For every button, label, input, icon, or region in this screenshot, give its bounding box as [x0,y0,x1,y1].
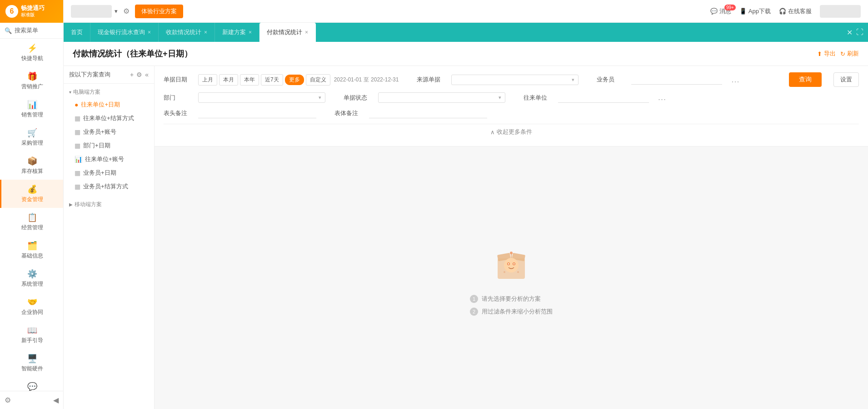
tab-bank-flow-close[interactable]: × [148,29,151,35]
receipt-status-select[interactable]: ▾ [378,92,505,103]
tab-payment-stats[interactable]: 付款情况统计 × [259,23,316,42]
notice-badge: 99+ [724,5,736,10]
sidebar-settings-btn[interactable]: ⚙ [5,396,11,404]
partner-label: 往来单位 [524,94,549,102]
tip-num-2: 2 [470,308,478,316]
date-btn-7days[interactable]: 近7天 [261,74,283,86]
tab-new-scheme[interactable]: 新建方案 × [215,23,259,42]
trial-btn[interactable]: 体验行业方案 [135,5,183,18]
sidebar-item-operation[interactable]: 📋 经营管理 [0,208,63,236]
collapse-more-btn[interactable]: ∧ 收起更多条件 [164,124,859,140]
mobile-group-arrow: ▶ [69,202,73,207]
scheme-item-unit-settle[interactable]: ▦ 往来单位+结算方式 [64,111,154,125]
company-name-placeholder [71,5,112,18]
date-btn-this-year[interactable]: 本年 [240,74,259,86]
filter-row-2: 部门 ▾ 单据状态 ▾ 往来单位 ... [164,92,859,103]
sidebar-item-system[interactable]: ⚙️ 系统管理 [0,264,63,293]
svg-point-10 [504,271,505,273]
date-range-start: 2022-01-01 [334,76,362,83]
scheme-item-staff-account[interactable]: ▦ 业务员+账号 [64,125,154,139]
mobile-group-title[interactable]: ▶ 移动端方案 [64,199,154,210]
staff-label: 业务员 [597,76,622,84]
sidebar-item-marketing[interactable]: 🎁 营销推广 [0,67,63,95]
sidebar-item-finance[interactable]: 💰 资金管理 [0,180,63,208]
pc-group-title[interactable]: ▾ 电脑端方案 [64,86,154,98]
refresh-btn[interactable]: ↻ 刷新 [840,50,859,58]
company-selector[interactable]: ▾ [71,5,118,18]
sidebar-item-hardware[interactable]: 🖥️ 智能硬件 [0,349,63,377]
content-area: 按以下方案查询 + ⚙ « ▾ 电脑端方案 ● 往来单位+日期 [64,66,868,409]
sidebar-item-basic[interactable]: 🗂️ 基础信息 [0,236,63,264]
tabs-right-actions: ✕ ⛶ [842,23,868,42]
tab-home[interactable]: 首页 [64,23,90,42]
tab-receipt-stats[interactable]: 收款情况统计 × [159,23,215,42]
table-header-note-input[interactable] [198,108,316,118]
enterprise-icon: 🤝 [27,297,37,307]
staff-dots[interactable]: ... [731,75,739,85]
service-label: 在线客服 [788,7,812,15]
scheme-item-staff-date[interactable]: ▦ 业务员+日期 [64,166,154,180]
date-range-end: 2022-12-31 [371,76,399,83]
online-service-btn[interactable]: 🎧 在线客服 [779,7,812,15]
empty-tip-1: 1 请先选择要分析的方案 [470,295,553,303]
date-btn-more[interactable]: 更多 [285,75,304,85]
message-icon: 💬 [710,8,718,15]
date-btn-custom[interactable]: 自定义 [306,74,330,86]
guide-icon: 📖 [27,325,37,335]
sidebar-item-sales[interactable]: 📊 销售管理 [0,95,63,123]
filter-area: 单据日期 上月 本月 本年 近7天 更多 自定义 2022-01-01 至 20 [155,66,868,146]
sidebar-label: 企业协同 [21,308,43,316]
staff-input[interactable] [631,75,722,85]
sidebar-item-inventory[interactable]: 📦 库存核算 [0,151,63,180]
table-header-note-label: 表头备注 [164,109,189,117]
sidebar-item-guide[interactable]: 📖 新手引导 [0,321,63,349]
svg-point-3 [504,258,519,273]
date-range: 2022-01-01 至 2022-12-31 [334,76,399,84]
scheme-settings-btn[interactable]: ⚙ [136,71,142,78]
tab-expand-btn[interactable]: ⛶ [856,28,863,36]
app-download-label: App下载 [748,7,771,15]
tab-receipt-close[interactable]: × [204,29,207,35]
sidebar-label: 新手引导 [21,337,43,344]
scheme-item-dept-date[interactable]: ▦ 部门+日期 [64,139,154,152]
scheme-item-staff-settle[interactable]: ▦ 业务员+结算方式 [64,180,154,193]
sidebar-item-wechat[interactable]: 💬 企业微信 [0,377,63,391]
tab-bank-flow[interactable]: 现金银行流水查询 × [90,23,159,42]
partner-dots[interactable]: ... [658,93,666,102]
export-btn[interactable]: ⬆ 导出 [817,50,836,58]
date-btn-this-month[interactable]: 本月 [219,74,238,86]
sidebar-item-enterprise[interactable]: 🤝 企业协同 [0,293,63,321]
notification-btn[interactable]: 💬 消息 99+ [710,7,731,15]
tab-new-scheme-close[interactable]: × [249,29,252,35]
partner-input[interactable] [558,93,649,103]
tab-payment-close[interactable]: × [305,29,308,35]
svg-point-9 [510,252,513,254]
dept-label: 部门 [164,94,189,102]
source-select[interactable]: ▾ [451,75,579,85]
sidebar-collapse-btn[interactable]: ◀ [53,396,59,404]
scheme-collapse-btn[interactable]: « [145,71,149,78]
table-body-note-input[interactable] [369,108,487,118]
scheme-add-btn[interactable]: + [130,71,134,78]
date-label: 单据日期 [164,76,189,84]
scheme-item-unit-date[interactable]: ● 往来单位+日期 [64,98,154,111]
app-download-btn[interactable]: 📱 App下载 [739,7,771,15]
user-avatar[interactable] [820,5,861,18]
receipt-status-label: 单据状态 [344,94,369,102]
sidebar-item-quick-nav[interactable]: ⚡ 快捷导航 [0,39,63,67]
topbar-gear-icon[interactable]: ⚙ [123,7,130,15]
sidebar-search[interactable]: 🔍 搜索菜单 [0,23,63,39]
app-logo: 6 畅捷通巧 标准版 [0,0,63,23]
date-btn-last-month[interactable]: 上月 [198,74,217,86]
query-btn[interactable]: 查询 [789,72,822,87]
sidebar: 6 畅捷通巧 标准版 🔍 搜索菜单 ⚡ 快捷导航 🎁 营销推广 📊 销售管理 🛒… [0,0,64,409]
logo-icon: 6 [5,5,18,18]
scheme-title: 按以下方案查询 [69,71,110,79]
staff-account-label: 业务员+账号 [83,128,116,136]
sidebar-item-purchase[interactable]: 🛒 采购管理 [0,123,63,151]
finance-icon: 💰 [27,184,37,194]
setting-btn[interactable]: 设置 [833,72,859,87]
scheme-item-unit-account[interactable]: 📊 往来单位+账号 [64,152,154,166]
tab-close-all-btn[interactable]: ✕ [847,28,853,37]
dept-select[interactable]: ▾ [198,92,325,103]
